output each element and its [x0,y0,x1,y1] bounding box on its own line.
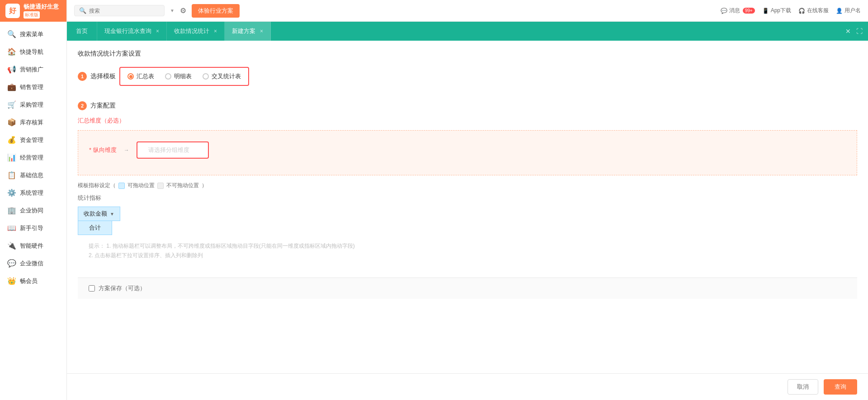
search-icon: 🔍 [79,7,86,14]
tab-newplan-label: 新建方案 [232,27,255,35]
tip-1: 提示： 1. 拖动标题栏可以调整布局，不可跨维度或指标区域拖动目字段(只能在同一… [89,242,846,250]
sidebar-item-inventory[interactable]: 📦 库存核算 [0,113,66,131]
save-label: 方案保存（可选） [99,284,146,292]
sidebar-item-sales[interactable]: 💼 销售管理 [0,78,66,96]
query-button[interactable]: 查询 [824,379,857,395]
sidebar-item-hardware[interactable]: 🔌 智能硬件 [0,237,66,254]
sidebar-item-finance[interactable]: 💰 资金管理 [0,131,66,149]
search-input[interactable] [89,8,160,14]
wechat-icon: 💬 [7,259,16,268]
metric-dropdown-icon[interactable]: ▼ [110,212,114,216]
sidebar-logo: 好 畅捷通好生意 标准版 [0,0,66,22]
download-icon: 📱 [762,8,769,14]
sidebar-label-search: 搜索菜单 [20,30,43,38]
step2-num: 2 [78,101,87,110]
sidebar-item-system[interactable]: ⚙️ 系统管理 [0,184,66,202]
sidebar-item-basic[interactable]: 📋 基础信息 [0,166,66,184]
sidebar-item-enterprise[interactable]: 🏢 企业协同 [0,202,66,219]
sidebar-item-member[interactable]: 👑 畅会员 [0,272,66,290]
step1-header: 1 选择模板 汇总表 明细表 交叉统计表 [78,67,857,86]
tab-cashflow-close[interactable]: × [156,28,159,34]
legend-draggable-box [118,183,125,189]
metric-item-amount[interactable]: 收款金额 ▼ [78,207,120,221]
sidebar-label-management: 经营管理 [20,154,43,162]
radio-detail-label: 明细表 [174,72,192,80]
box-icon: 📦 [7,118,16,127]
top-header: 🔍 ▼ ⚙ 体验行业方案 💬 消息 99+ 📱 App下载 🎧 在线客服 👤 用… [67,0,868,22]
step1-section: 1 选择模板 汇总表 明细表 交叉统计表 [78,67,857,92]
step2-section: 2 方案配置 汇总维度（必选） * 纵向维度 → 请选择分组维度 [78,101,857,268]
trial-button[interactable]: 体验行业方案 [192,4,240,18]
logo-icon: 好 [5,4,20,18]
sidebar-label-sales: 销售管理 [20,83,43,91]
download-btn[interactable]: 📱 App下载 [762,7,791,14]
save-checkbox[interactable] [89,285,95,292]
metrics-legend-row: 模板指标设定（ 可拖动位置 不可拖动位置 ） [78,175,857,194]
dropdown-arrow-icon[interactable]: ▼ [170,8,175,13]
tab-cashflow-label: 现金银行流水查询 [104,27,151,35]
footer-actions: 取消 查询 [67,373,868,400]
header-search-box[interactable]: 🔍 [74,5,165,16]
sidebar-label-enterprise: 企业协同 [20,207,43,215]
dimension-config-label: 汇总维度（必选） [78,117,857,125]
sidebar-item-purchase[interactable]: 🛒 采购管理 [0,96,66,113]
sidebar-label-quicknav: 快捷导航 [20,48,43,56]
notification-icon: 💬 [721,8,727,14]
tab-receipt[interactable]: 收款情况统计 × [167,22,225,41]
sidebar-item-quicknav[interactable]: 🏠 快捷导航 [0,43,66,61]
metric-subtotal: 合计 [78,221,112,235]
radio-crosstab[interactable]: 交叉统计表 [203,72,241,80]
sidebar-item-marketing[interactable]: 📢 营销推广 [0,61,66,78]
template-options: 汇总表 明细表 交叉统计表 [119,67,249,86]
sidebar-label-guide: 新手引导 [20,224,43,232]
sidebar-label-system: 系统管理 [20,189,43,197]
money-icon: 💰 [7,136,16,144]
metric-column: 收款金额 ▼ 合计 [78,207,120,235]
sidebar-item-search[interactable]: 🔍 搜索菜单 [0,25,66,43]
dimension-row: * 纵向维度 → 请选择分组维度 [89,141,846,159]
radio-crosstab-label: 交叉统计表 [212,72,241,80]
notification-btn[interactable]: 💬 消息 99+ [721,7,755,14]
tab-close-all-icon[interactable]: ✕ [845,28,851,35]
support-btn[interactable]: 🎧 在线客服 [798,7,829,14]
tab-receipt-label: 收款情况统计 [174,27,209,35]
dimension-arrow-icon: → [124,147,129,153]
tab-actions: ✕ ⛶ [840,28,868,35]
enterprise-icon: 🏢 [7,206,16,215]
radio-crosstab-btn[interactable] [203,73,209,80]
tab-bar: 首页 现金银行流水查询 × 收款情况统计 × 新建方案 × ✕ ⛶ [67,22,868,41]
radio-summary-label: 汇总表 [137,72,154,80]
radio-detail[interactable]: 明细表 [165,72,192,80]
step1-title: 选择模板 [90,72,116,80]
tip-2: 2. 点击标题栏下拉可设置排序、插入列和删除列 [89,252,846,259]
logo-text-block: 畅捷通好生意 标准版 [24,3,59,19]
sales-icon: 💼 [7,83,16,91]
tab-newplan-close[interactable]: × [260,28,263,34]
sidebar-label-basic: 基础信息 [20,171,43,179]
tab-expand-icon[interactable]: ⛶ [856,28,863,35]
tab-home-label: 首页 [76,27,88,35]
cart-icon: 🛒 [7,100,16,109]
sidebar-item-wechat[interactable]: 💬 企业微信 [0,254,66,272]
tab-newplan[interactable]: 新建方案 × [225,22,271,41]
metrics-settings-label: 模板指标设定（ [78,182,116,189]
tab-receipt-close[interactable]: × [214,28,217,34]
settings-icon[interactable]: ⚙ [180,6,186,15]
radio-summary-btn[interactable] [127,73,134,80]
dimension-area: * 纵向维度 → 请选择分组维度 [78,130,857,175]
user-menu[interactable]: 👤 用户名 [836,7,861,14]
step2-title: 方案配置 [90,102,116,110]
tab-cashflow[interactable]: 现金银行流水查询 × [97,22,167,41]
sidebar-label-finance: 资金管理 [20,136,43,144]
sidebar: 好 畅捷通好生意 标准版 🔍 搜索菜单 🏠 快捷导航 📢 营销推广 💼 销售管理… [0,0,67,400]
legend-fixed: 不可拖动位置 [157,182,199,189]
radio-detail-btn[interactable] [165,73,171,80]
support-label: 在线客服 [807,7,829,14]
clipboard-icon: 📋 [7,171,16,179]
cancel-button[interactable]: 取消 [788,379,818,395]
tab-home[interactable]: 首页 [67,22,97,41]
radio-summary[interactable]: 汇总表 [127,72,154,80]
sidebar-item-management[interactable]: 📊 经营管理 [0,149,66,166]
sidebar-item-guide[interactable]: 📖 新手引导 [0,219,66,237]
dimension-placeholder[interactable]: 请选择分组维度 [137,141,209,159]
